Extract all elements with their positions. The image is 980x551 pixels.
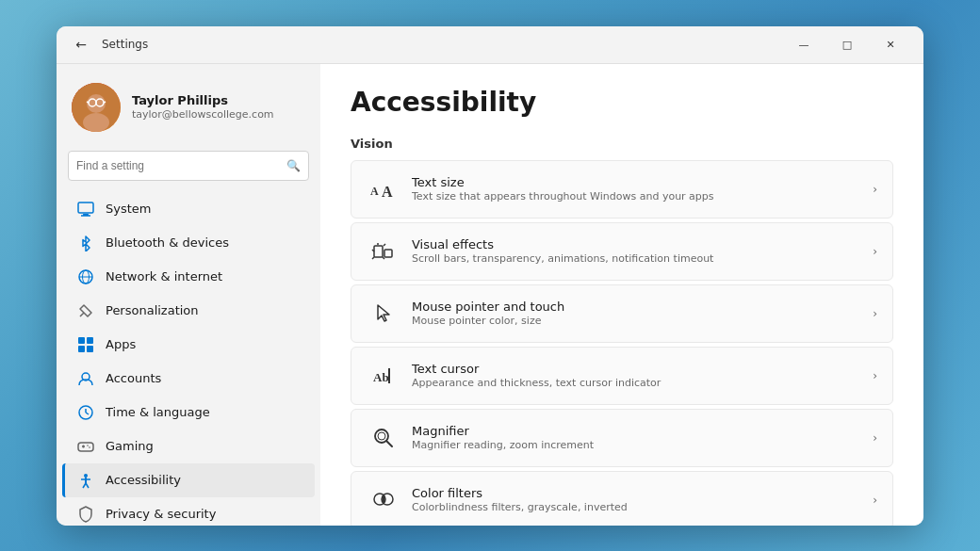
text-size-chevron: › [873, 183, 877, 196]
svg-point-27 [84, 474, 88, 478]
window-controls: — □ ✕ [782, 29, 912, 59]
system-icon [77, 201, 94, 218]
settings-item-text-size[interactable]: AA Text size Text size that appears thro… [351, 160, 893, 219]
sidebar-label-accessibility: Accessibility [106, 473, 181, 487]
svg-rect-22 [78, 443, 93, 451]
visual-effects-icon [367, 235, 400, 268]
magnifier-icon [367, 421, 400, 455]
color-filters-chevron: › [873, 494, 877, 507]
sidebar-item-privacy[interactable]: Privacy & security [62, 497, 315, 526]
magnifier-desc: Magnifier reading, zoom increment [412, 439, 873, 451]
apps-icon [77, 336, 94, 353]
svg-point-2 [83, 113, 109, 132]
svg-point-26 [89, 446, 90, 448]
back-button[interactable]: ← [68, 31, 94, 57]
svg-text:A: A [382, 184, 393, 200]
color-filters-title: Color filters [412, 486, 873, 500]
text-cursor-desc: Appearance and thickness, text cursor in… [412, 377, 873, 389]
svg-point-45 [378, 432, 385, 440]
text-size-desc: Text size that appears throughout Window… [412, 190, 873, 203]
visual-effects-text: Visual effects Scroll bars, transparency… [412, 237, 873, 265]
sidebar-item-personalization[interactable]: Personalization [62, 294, 315, 328]
svg-line-21 [86, 413, 89, 414]
accounts-icon [77, 370, 94, 387]
svg-line-38 [372, 257, 374, 259]
sidebar-label-network: Network & internet [106, 269, 222, 284]
bluetooth-icon [77, 235, 94, 251]
page-title: Accessibility [351, 87, 893, 118]
sidebar-label-accounts: Accounts [106, 371, 161, 385]
user-name: Taylor Phillips [132, 93, 305, 107]
text-cursor-title: Text cursor [412, 362, 873, 376]
search-icon: 🔍 [286, 159, 301, 172]
sidebar-item-accessibility[interactable]: Accessibility [62, 463, 315, 497]
text-size-icon: AA [367, 172, 400, 206]
svg-line-31 [86, 483, 89, 488]
maximize-button[interactable]: □ [825, 29, 869, 59]
sidebar-item-system[interactable]: System [62, 192, 315, 226]
svg-rect-40 [384, 250, 392, 257]
search-box[interactable]: 🔍 [68, 151, 309, 181]
mouse-pointer-icon [367, 297, 400, 331]
magnifier-title: Magnifier [412, 424, 873, 438]
text-cursor-text: Text cursor Appearance and thickness, te… [412, 362, 873, 389]
sidebar-label-apps: Apps [106, 337, 136, 351]
settings-item-text-cursor[interactable]: Ab Text cursor Appearance and thickness,… [351, 347, 893, 405]
sidebar-item-gaming[interactable]: Gaming [62, 429, 315, 463]
visual-effects-title: Visual effects [412, 237, 873, 251]
close-button[interactable]: ✕ [869, 29, 912, 59]
visual-effects-desc: Scroll bars, transparency, animations, n… [412, 252, 873, 265]
magnifier-text: Magnifier Magnifier reading, zoom increm… [412, 424, 873, 451]
sidebar-item-bluetooth[interactable]: Bluetooth & devices [62, 226, 315, 260]
sidebar: Taylor Phillips taylor@bellowscollege.co… [57, 64, 320, 526]
settings-window: ← Settings — □ ✕ [57, 26, 923, 526]
text-cursor-chevron: › [873, 369, 877, 382]
visual-effects-chevron: › [873, 245, 877, 258]
magnifier-chevron: › [873, 431, 877, 445]
svg-rect-17 [87, 346, 93, 352]
sidebar-item-time-language[interactable]: Time & language [62, 396, 315, 429]
svg-line-36 [384, 244, 385, 246]
sidebar-label-gaming: Gaming [106, 439, 154, 453]
sidebar-item-accounts[interactable]: Accounts [62, 362, 315, 396]
user-profile: Taylor Phillips taylor@bellowscollege.co… [57, 72, 320, 143]
svg-rect-15 [87, 337, 93, 344]
settings-item-magnifier[interactable]: Magnifier Magnifier reading, zoom increm… [351, 409, 893, 467]
avatar-svg [72, 83, 121, 132]
time-language-icon [77, 404, 94, 421]
settings-list: AA Text size Text size that appears thro… [351, 160, 893, 526]
section-header-vision: Vision [351, 137, 893, 151]
settings-item-mouse-pointer[interactable]: Mouse pointer and touch Mouse pointer co… [351, 284, 893, 343]
window-content: Taylor Phillips taylor@bellowscollege.co… [57, 64, 923, 526]
settings-item-visual-effects[interactable]: Visual effects Scroll bars, transparency… [351, 222, 893, 281]
titlebar: ← Settings — □ ✕ [57, 26, 923, 64]
mouse-pointer-chevron: › [873, 307, 877, 320]
svg-rect-34 [374, 246, 383, 257]
color-filters-icon [367, 483, 400, 517]
sidebar-label-system: System [106, 202, 151, 216]
accessibility-icon [77, 472, 94, 489]
user-info: Taylor Phillips taylor@bellowscollege.co… [132, 93, 305, 121]
text-size-title: Text size [412, 175, 873, 189]
sidebar-item-apps[interactable]: Apps [62, 328, 315, 362]
gaming-icon [77, 438, 94, 455]
color-filters-text: Color filters Colorblindness filters, gr… [412, 486, 873, 513]
svg-line-7 [104, 102, 106, 103]
text-size-text: Text size Text size that appears through… [412, 175, 873, 203]
svg-point-25 [87, 445, 89, 446]
svg-text:Ab: Ab [373, 370, 389, 384]
sidebar-item-network[interactable]: Network & internet [62, 260, 315, 294]
nav-list: System Bluetooth & devices Network & int… [57, 192, 320, 526]
sidebar-label-time: Time & language [106, 405, 210, 419]
svg-line-6 [87, 102, 89, 103]
settings-item-color-filters[interactable]: Color filters Colorblindness filters, gr… [351, 471, 893, 526]
search-input[interactable] [76, 159, 286, 172]
svg-line-30 [83, 483, 86, 488]
sidebar-label-privacy: Privacy & security [106, 507, 216, 521]
minimize-button[interactable]: — [782, 29, 825, 59]
svg-rect-14 [78, 337, 85, 344]
avatar [72, 83, 121, 132]
svg-line-44 [386, 441, 392, 446]
privacy-icon [77, 506, 94, 523]
mouse-pointer-title: Mouse pointer and touch [412, 300, 873, 314]
